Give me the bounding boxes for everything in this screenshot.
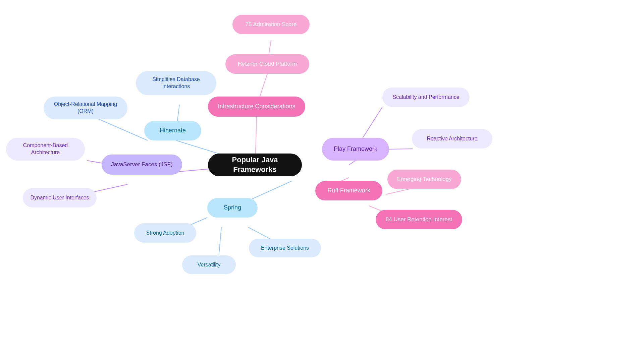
simplifies-label: Simplifies Database Interactions [143,76,209,90]
scalability-node: Scalability and Performance [382,87,470,107]
orm-node: Object-Relational Mapping (ORM) [44,97,127,119]
component-node: Component-Based Architecture [6,138,85,161]
user-retention-node: 84 User Retention Interest [376,210,462,229]
component-label: Component-Based Architecture [13,142,77,156]
svg-line-13 [349,161,356,165]
user-retention-label: 84 User Retention Interest [386,216,452,223]
dynamic-label: Dynamic User Interfaces [30,194,89,201]
hibernate-label: Hibernate [160,127,186,134]
ruff-framework-label: Ruff Framework [327,187,370,194]
play-framework-label: Play Framework [334,145,377,153]
versatility-node: Versatility [182,255,236,274]
enterprise-label: Enterprise Solutions [261,245,309,252]
versatility-label: Versatility [198,261,220,268]
emerging-tech-node: Emerging Technology [387,170,461,189]
jsf-label: JavaServer Faces (JSF) [111,161,172,168]
strong-adoption-label: Strong Adoption [146,230,184,237]
ruff-framework-node: Ruff Framework [315,181,382,200]
hibernate-node: Hibernate [144,121,201,140]
svg-line-15 [389,149,413,149]
spring-node: Spring [207,198,258,218]
infrastructure-node: Infrastructure Considerations [208,97,305,117]
reactive-arch-node: Reactive Architecture [412,129,492,148]
svg-line-17 [386,189,409,194]
jsf-node: JavaServer Faces (JSF) [102,155,182,175]
hetzner-label: Hetzner Cloud Platform [238,60,297,68]
dynamic-node: Dynamic User Interfaces [23,188,97,207]
infrastructure-label: Infrastructure Considerations [218,103,295,110]
scalability-label: Scalability and Performance [392,94,459,101]
emerging-tech-label: Emerging Technology [397,176,451,183]
reactive-arch-label: Reactive Architecture [427,135,477,142]
simplifies-node: Simplifies Database Interactions [136,71,216,95]
svg-line-5 [92,116,148,140]
spring-label: Spring [224,204,241,211]
center-node: Popular Java Frameworks [208,154,302,176]
orm-label: Object-Relational Mapping (ORM) [51,101,120,115]
admiration-node: 75 Admiration Score [232,15,310,34]
play-framework-node: Play Framework [322,138,389,161]
hetzner-node: Hetzner Cloud Platform [225,54,309,74]
admiration-label: 75 Admiration Score [245,21,297,28]
enterprise-node: Enterprise Solutions [249,239,321,257]
strong-adoption-node: Strong Adoption [134,223,196,243]
center-label: Popular Java Frameworks [215,155,294,174]
